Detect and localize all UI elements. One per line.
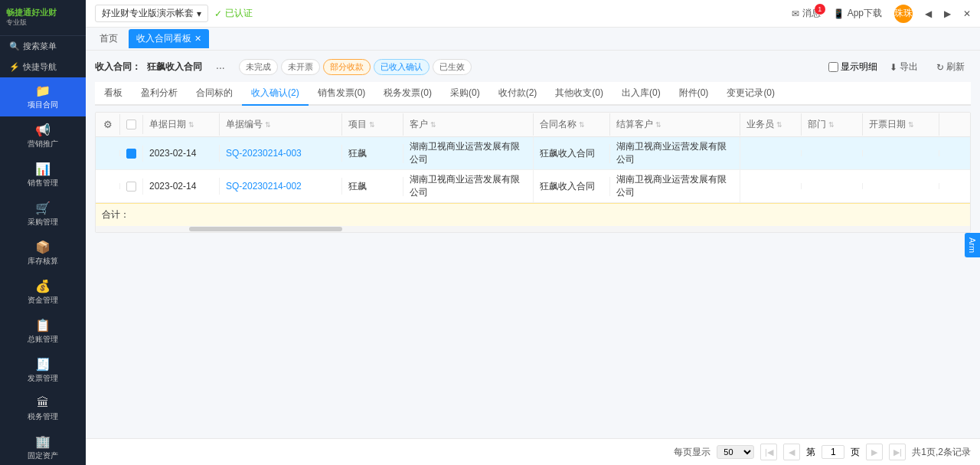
sidebar-item-quicknav[interactable]: ⚡ 快捷导航 <box>0 57 86 77</box>
col-header-dept: 部门 ⇅ <box>802 113 863 136</box>
tab-tax-invoice[interactable]: 税务发票(0) <box>374 82 441 106</box>
window-close-button[interactable]: ✕ <box>963 8 971 19</box>
sidebar-item-ledger[interactable]: 📋 总账管理 <box>0 312 86 351</box>
col-header-settle: 结算客户 ⇅ <box>610 113 740 136</box>
row1-settle: 湖南卫视商业运营发展有限公司 <box>610 137 740 169</box>
sidebar-item-project[interactable]: 📁 项目合同 <box>0 77 86 116</box>
first-page-button[interactable]: |◀ <box>760 444 777 460</box>
row2-checkbox[interactable] <box>126 182 136 192</box>
tab-close-icon[interactable]: ✕ <box>194 34 201 44</box>
user-avatar-button[interactable]: 珠珠 <box>894 5 913 23</box>
show-detail-checkbox[interactable]: 显示明细 <box>828 61 877 74</box>
prev-page-button[interactable]: ◀ <box>783 444 800 460</box>
tab-home[interactable]: 首页 <box>92 29 126 48</box>
app-download-button[interactable]: 📱 App下载 <box>833 7 882 20</box>
show-detail-input[interactable] <box>828 62 838 72</box>
gear-icon[interactable]: ⚙ <box>103 119 113 130</box>
select-all-checkbox[interactable] <box>126 120 136 129</box>
status-confirmed[interactable]: 已收入确认 <box>374 59 430 75</box>
row1-staff <box>740 150 802 156</box>
page-input[interactable] <box>822 445 844 459</box>
app-name: 畅捷通好业财 <box>6 8 57 18</box>
tab-profit[interactable]: 盈利分析 <box>132 82 187 106</box>
refresh-button[interactable]: ↻ 刷新 <box>930 58 971 76</box>
sidebar-item-marketing[interactable]: 📢 营销推广 <box>0 116 86 156</box>
invoice-icon: 🧾 <box>35 357 51 372</box>
row1-num-link[interactable]: SQ-20230214-003 <box>226 148 302 159</box>
sidebar-item-invoice[interactable]: 🧾 发票管理 <box>0 351 86 390</box>
table-row[interactable]: 2023-02-14 SQ-20230214-002 狂飙 湖南卫视商业运营发展… <box>96 170 970 203</box>
sidebar-item-inventory[interactable]: 📦 库存核算 <box>0 234 86 273</box>
col-header-project: 项目 ⇅ <box>342 113 403 136</box>
col-project-label: 项目 <box>348 118 367 131</box>
sidebar-ledger-label: 总账管理 <box>28 334 58 345</box>
tab-sales-invoice[interactable]: 销售发票(0) <box>309 82 375 106</box>
sort-customer-icon[interactable]: ⇅ <box>430 121 436 129</box>
row1-checkbox[interactable] <box>126 149 136 159</box>
row1-num: SQ-20230214-003 <box>220 145 342 162</box>
row1-check[interactable] <box>120 146 143 162</box>
sidebar-item-sales[interactable]: 📊 销售管理 <box>0 156 86 195</box>
sort-contract-icon[interactable]: ⇅ <box>579 121 585 129</box>
tab-revenue-confirm[interactable]: 收入确认(2) <box>242 82 309 106</box>
tab-warehouse[interactable]: 出入库(0) <box>612 82 670 106</box>
col-header-check[interactable] <box>120 115 143 134</box>
message-button[interactable]: ✉ 消息 1 <box>792 7 821 20</box>
export-icon: ⬇ <box>890 62 897 73</box>
tab-change-log[interactable]: 变更记录(0) <box>717 82 784 106</box>
row2-check[interactable] <box>120 178 143 195</box>
window-next-button[interactable]: ▶ <box>944 8 951 19</box>
company-selector[interactable]: 好业财专业版演示帐套 ▾ <box>95 5 208 22</box>
table-row[interactable]: 2023-02-14 SQ-20230214-003 狂飙 湖南卫视商业运营发展… <box>96 137 970 170</box>
page-label-post: 页 <box>851 446 860 459</box>
col-header-gear: ⚙ <box>96 114 120 135</box>
sidebar-item-tax[interactable]: 🏛 税务管理 <box>0 390 86 428</box>
export-button[interactable]: ⬇ 导出 <box>884 58 924 76</box>
tab-bar: 首页 收入合同看板 ✕ <box>86 28 980 51</box>
sidebar-item-assets[interactable]: 🏢 固定资产 <box>0 428 86 465</box>
row2-num-link[interactable]: SQ-20230214-002 <box>226 181 302 192</box>
sort-dept-icon[interactable]: ⇅ <box>828 121 835 129</box>
status-uninvoiced[interactable]: 未开票 <box>281 59 320 75</box>
sort-opendate-icon[interactable]: ⇅ <box>908 121 914 129</box>
col-date-label: 单据日期 <box>149 118 186 131</box>
sort-settle-icon[interactable]: ⇅ <box>655 121 662 129</box>
tab-other-income[interactable]: 其他收支(0) <box>546 82 612 106</box>
sort-staff-icon[interactable]: ⇅ <box>776 121 782 129</box>
sort-num-icon[interactable]: ⇅ <box>265 121 271 129</box>
window-prev-button[interactable]: ◀ <box>925 8 932 19</box>
col-dept-label: 部门 <box>808 118 826 131</box>
scrollbar-thumb[interactable] <box>189 227 342 231</box>
main-content: 好业财专业版演示帐套 ▾ ✓ 已认证 ✉ 消息 1 📱 App下载 珠珠 <box>86 0 980 465</box>
tab-payment[interactable]: 收付款(2) <box>489 82 547 106</box>
contract-actions: 显示明细 ⬇ 导出 ↻ 刷新 <box>828 58 971 76</box>
status-incomplete[interactable]: 未完成 <box>239 59 278 75</box>
tab-contract-board[interactable]: 收入合同看板 ✕ <box>129 29 209 48</box>
last-page-button[interactable]: ▶| <box>889 444 906 460</box>
horizontal-scrollbar[interactable] <box>96 226 970 232</box>
per-page-select[interactable]: 50 20 100 <box>717 445 754 459</box>
sort-date-icon[interactable]: ⇅ <box>188 121 194 129</box>
download-icon: 📱 <box>833 8 844 19</box>
sales-icon: 📊 <box>35 162 51 176</box>
more-button[interactable]: ··· <box>211 60 230 75</box>
status-partial[interactable]: 部分收款 <box>323 59 371 75</box>
status-effective[interactable]: 已生效 <box>433 59 472 75</box>
sidebar-item-purchase[interactable]: 🛒 采购管理 <box>0 195 86 234</box>
verified-badge: ✓ 已认证 <box>214 7 253 20</box>
refresh-label: 刷新 <box>946 61 965 74</box>
sidebar: 畅捷通好业财 专业版 🔍 搜索菜单 ⚡ 快捷导航 📁 项目合同 📢 营销推广 📊… <box>0 0 86 465</box>
pagination: 每页显示 50 20 100 |◀ ◀ 第 页 ▶ ▶| 共1页,2条记录 <box>86 438 980 465</box>
sidebar-item-search[interactable]: 🔍 搜索菜单 <box>0 36 86 57</box>
tab-purchase[interactable]: 采购(0) <box>441 82 489 106</box>
float-arm-button[interactable]: Arm <box>965 233 980 257</box>
tab-subject[interactable]: 合同标的 <box>187 82 242 106</box>
next-page-button[interactable]: ▶ <box>866 444 883 460</box>
tab-kanban[interactable]: 看板 <box>95 82 132 106</box>
sort-project-icon[interactable]: ⇅ <box>369 121 375 129</box>
sidebar-item-finance[interactable]: 💰 资金管理 <box>0 273 86 312</box>
user-name: 珠珠 <box>894 7 913 20</box>
tab-attachments[interactable]: 附件(0) <box>670 82 718 106</box>
row1-customer-value: 湖南卫视商业运营发展有限公司 <box>410 140 527 166</box>
page-content: 收入合同： 狂飙收入合同 ··· 未完成 未开票 部分收款 已收入确认 已生效 … <box>86 51 980 438</box>
